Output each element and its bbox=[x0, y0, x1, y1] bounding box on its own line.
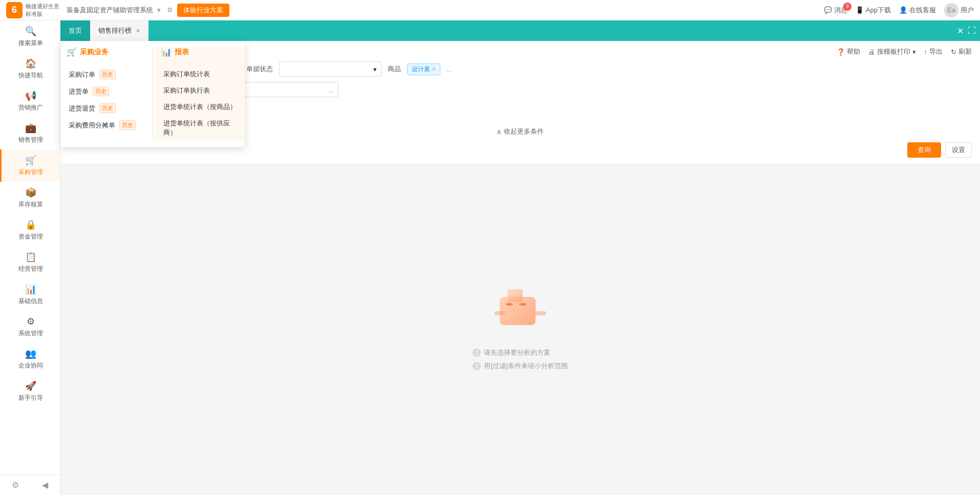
empty-text: 1 请先选择要分析的方案 2 用[过滤]条件来缩小分析范围 bbox=[473, 346, 567, 373]
refresh-icon: ↻ bbox=[951, 48, 956, 56]
sidebar-item-system-mgmt[interactable]: ⚙ 系统管理 bbox=[0, 311, 60, 343]
salesperson-dots-btn[interactable]: ... bbox=[328, 86, 334, 94]
sidebar-bottom: ⚙ ◀ bbox=[0, 475, 60, 495]
order-status-label: 单据状态 bbox=[246, 64, 273, 74]
chevron-up-icon: ∧ bbox=[497, 128, 502, 136]
goods-tag: 设计素 × bbox=[407, 63, 440, 75]
purchase-business-col: 🛒 采购业务 采购订单 历史 进货单 历史 进货退货 历史 采购费用分摊单 历史 bbox=[60, 47, 151, 141]
report-col-title: 📊 报表 bbox=[161, 47, 239, 60]
sidebar-settings-icon[interactable]: ⚙ bbox=[12, 480, 19, 490]
purchase-business-col-icon: 🛒 bbox=[67, 47, 77, 57]
industry-btn[interactable]: 体验行业方案 bbox=[177, 4, 229, 17]
tab-sales-ranking[interactable]: 销售排行榜 ✕ bbox=[90, 20, 148, 41]
tab-close-icon[interactable]: ✕ bbox=[136, 28, 140, 34]
tab-bar-right: ✕ ⛶ bbox=[957, 26, 980, 36]
sidebar-item-operations-mgmt[interactable]: 📋 经营管理 bbox=[0, 246, 60, 278]
purchase-order-exec-item[interactable]: 采购订单执行表 bbox=[161, 82, 239, 99]
incoming-stats-supplier-item[interactable]: 进货单统计表（按供应商） bbox=[161, 115, 239, 141]
sidebar-item-inventory[interactable]: 📦 库存核算 bbox=[0, 182, 60, 214]
goods-dots-btn[interactable]: ... bbox=[446, 66, 452, 73]
order-status-dropdown-icon: ▾ bbox=[373, 66, 377, 73]
user-menu-btn[interactable]: Ea 用户 bbox=[944, 3, 974, 17]
tab-bar: 首页 销售排行榜 ✕ ✕ ⛶ bbox=[60, 20, 980, 41]
sidebar-collapse-icon[interactable]: ◀ bbox=[42, 480, 48, 490]
sidebar-item-marketing[interactable]: 📢 营销推广 bbox=[0, 85, 60, 117]
purchase-order-item[interactable]: 采购订单 历史 bbox=[67, 66, 144, 83]
purchase-mgmt-icon: 🛒 bbox=[25, 155, 36, 166]
sidebar-item-sales-mgmt[interactable]: 💼 销售管理 bbox=[0, 117, 60, 149]
query-btn[interactable]: 查询 bbox=[907, 142, 941, 158]
dropdown-divider bbox=[153, 47, 153, 141]
report-col-icon: 📊 bbox=[161, 47, 172, 57]
report-col: 📊 报表 采购订单统计表 采购订单执行表 进货单统计表（按商品） 进货单统计表（… bbox=[155, 47, 245, 141]
capital-mgmt-icon: 🔒 bbox=[25, 219, 36, 230]
export-btn[interactable]: ↑ 导出 bbox=[924, 47, 943, 56]
refresh-btn[interactable]: ↻ 刷新 bbox=[951, 47, 972, 56]
top-header: 6 畅捷通好生意 标准版 装备及固定资产辅助管理系统 ▾ ⚙ 体验行业方案 💬 … bbox=[0, 0, 980, 20]
sales-mgmt-icon: 💼 bbox=[25, 122, 36, 134]
purchase-expense-hist-tag: 历史 bbox=[119, 120, 136, 130]
marketing-icon: 📢 bbox=[25, 90, 36, 101]
logo-text: 畅捷通好生意 标准版 bbox=[26, 3, 59, 17]
purchase-order-stats-item[interactable]: 采购订单统计表 bbox=[161, 66, 239, 82]
export-icon: ↑ bbox=[924, 48, 928, 56]
sidebar-item-purchase-mgmt[interactable]: 🛒 采购管理 bbox=[0, 149, 60, 182]
empty-step-1: 1 请先选择要分析的方案 bbox=[473, 346, 567, 359]
service-icon: 👤 bbox=[899, 6, 907, 14]
goods-label: 商品 bbox=[388, 64, 401, 74]
help-icon: ❓ bbox=[837, 48, 845, 56]
incoming-return-item[interactable]: 进货退货 历史 bbox=[67, 100, 144, 117]
system-title: 装备及固定资产辅助管理系统 bbox=[67, 6, 153, 15]
tab-home[interactable]: 首页 bbox=[60, 20, 90, 41]
incoming-return-hist-tag: 历史 bbox=[99, 103, 116, 113]
app-download-btn[interactable]: 📱 App下载 bbox=[856, 6, 891, 15]
tab-expand-icon[interactable]: ⛶ bbox=[968, 26, 976, 35]
empty-state: 1 请先选择要分析的方案 2 用[过滤]条件来缩小分析范围 bbox=[60, 164, 980, 495]
logo-icon: 6 bbox=[6, 2, 23, 18]
settings-icon[interactable]: ⚙ bbox=[167, 6, 173, 14]
purchase-business-title: 🛒 采购业务 bbox=[67, 47, 144, 60]
system-mgmt-icon: ⚙ bbox=[27, 316, 35, 327]
online-service-btn[interactable]: 👤 在线客服 bbox=[899, 6, 936, 15]
template-print-btn[interactable]: 🖨 按模板打印 ▾ bbox=[868, 47, 916, 56]
beginner-guide-icon: 🚀 bbox=[25, 380, 36, 392]
header-right: 💬 消息 9 📱 App下载 👤 在线客服 Ea 用户 bbox=[824, 3, 974, 17]
logo-area: 6 畅捷通好生意 标准版 bbox=[6, 2, 67, 18]
settings-small-btn[interactable]: 设置 bbox=[945, 142, 972, 158]
sidebar-item-quick-nav[interactable]: 🏠 快捷导航 bbox=[0, 53, 60, 85]
sidebar-item-capital-mgmt[interactable]: 🔒 资金管理 bbox=[0, 214, 60, 246]
basic-info-icon: 📊 bbox=[25, 284, 36, 295]
system-title-dropdown[interactable]: ▾ bbox=[157, 6, 161, 14]
incoming-order-item[interactable]: 进货单 历史 bbox=[67, 83, 144, 100]
empty-step-2: 2 用[过滤]条件来缩小分析范围 bbox=[473, 359, 567, 373]
empty-illustration bbox=[489, 287, 551, 338]
enterprise-collab-icon: 👥 bbox=[25, 348, 36, 359]
search-menu-icon: 🔍 bbox=[25, 26, 36, 37]
incoming-order-hist-tag: 历史 bbox=[93, 87, 109, 96]
operations-mgmt-icon: 📋 bbox=[25, 251, 36, 263]
sidebar-item-beginner-guide[interactable]: 🚀 新手引导 bbox=[0, 375, 60, 407]
help-btn[interactable]: ❓ 帮助 bbox=[837, 47, 860, 56]
order-status-select[interactable]: ▾ bbox=[279, 61, 381, 77]
sidebar-item-enterprise-collab[interactable]: 👥 企业协同 bbox=[0, 343, 60, 375]
tab-close-all-icon[interactable]: ✕ bbox=[957, 26, 964, 36]
incoming-stats-goods-item[interactable]: 进货单统计表（按商品） bbox=[161, 99, 239, 115]
avatar: Ea bbox=[944, 3, 958, 17]
print-icon: 🖨 bbox=[868, 48, 875, 56]
sidebar-item-search-menu[interactable]: 🔍 搜索菜单 bbox=[0, 20, 60, 53]
sidebar-item-basic-info[interactable]: 📊 基础信息 bbox=[0, 278, 60, 311]
purchase-expense-item[interactable]: 采购费用分摊单 历史 bbox=[67, 117, 144, 134]
purchase-dropdown-menu: 🛒 采购业务 采购订单 历史 进货单 历史 进货退货 历史 采购费用分摊单 历史… bbox=[60, 41, 245, 147]
inventory-icon: 📦 bbox=[25, 187, 36, 198]
message-btn[interactable]: 💬 消息 9 bbox=[824, 6, 847, 15]
message-icon: 💬 bbox=[824, 6, 832, 14]
phone-icon: 📱 bbox=[856, 6, 864, 14]
salesperson-input[interactable]: ... bbox=[236, 82, 338, 97]
goods-tag-close-icon[interactable]: × bbox=[432, 66, 436, 73]
header-title-area: 装备及固定资产辅助管理系统 ▾ ⚙ 体验行业方案 bbox=[67, 4, 824, 17]
purchase-order-hist-tag: 历史 bbox=[99, 70, 116, 79]
sidebar: 🔍 搜索菜单 🏠 快捷导航 📢 营销推广 💼 销售管理 🛒 采购管理 📦 库存核… bbox=[0, 20, 60, 495]
quick-nav-icon: 🏠 bbox=[25, 58, 36, 69]
print-dropdown-icon: ▾ bbox=[912, 48, 916, 56]
